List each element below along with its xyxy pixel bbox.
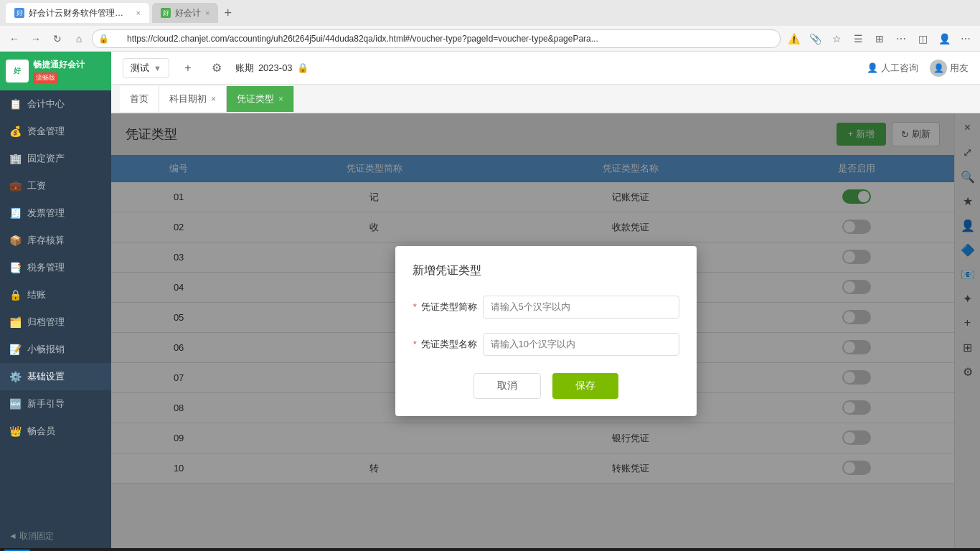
sidebar-item-guide[interactable]: 🆕 新手引导 bbox=[0, 390, 111, 418]
tab-home[interactable]: 首页 bbox=[120, 86, 159, 112]
nav-forward-button[interactable]: → bbox=[27, 30, 44, 47]
tab-voucher-type-close[interactable]: × bbox=[278, 94, 283, 104]
split-btn[interactable]: ⊞ bbox=[871, 30, 888, 47]
more-btn[interactable]: ⋯ bbox=[957, 30, 974, 47]
reader-btn[interactable]: ☰ bbox=[849, 30, 867, 47]
sidebar-collapse-btn[interactable]: ◄ 取消固定 bbox=[0, 524, 111, 548]
nav-home-button[interactable]: ⌂ bbox=[70, 30, 88, 47]
tab-close-1[interactable]: × bbox=[136, 9, 141, 17]
user-avatar: 👤 bbox=[930, 60, 947, 77]
tab-subject-period[interactable]: 科目期初 × bbox=[159, 86, 227, 112]
dashboard-icon: 📋 bbox=[9, 98, 22, 110]
salary-icon: 💼 bbox=[9, 179, 22, 192]
sidebar-item-label-dashboard: 会计中心 bbox=[27, 98, 65, 110]
workspace-name: 测试 bbox=[131, 62, 149, 75]
sidebar-toggle-btn[interactable]: ◫ bbox=[914, 30, 931, 47]
user-btn[interactable]: 👤 用友 bbox=[930, 60, 969, 77]
address-bar: ← → ↻ ⌂ 🔒 https://cloud2.chanjet.com/acc… bbox=[0, 26, 980, 52]
user-profile-btn[interactable]: 👤 bbox=[936, 30, 953, 47]
expense-icon: 📝 bbox=[9, 343, 22, 356]
tab-label-1: 好会计云财务软件管理系统_会计 bbox=[29, 7, 132, 19]
tab-favicon-1: 好 bbox=[14, 8, 24, 18]
sidebar-logo[interactable]: 好 畅捷通好会计 流畅版 bbox=[0, 52, 111, 90]
form-row-short: * 凭证类型简称 bbox=[413, 296, 679, 319]
name-label: * 凭证类型名称 bbox=[413, 338, 477, 351]
address-lock-icon: 🔒 bbox=[98, 34, 109, 44]
guide-icon: 🆕 bbox=[9, 397, 22, 410]
sidebar-item-fund[interactable]: 💰 资金管理 bbox=[0, 118, 111, 145]
sidebar-item-expense[interactable]: 📝 小畅报销 bbox=[0, 336, 111, 363]
sidebar-item-checkout[interactable]: 🔒 结账 bbox=[0, 281, 111, 309]
tab-subject-period-label: 科目期初 bbox=[169, 93, 207, 105]
tab-subject-period-close[interactable]: × bbox=[211, 94, 216, 104]
save-btn[interactable]: 保存 bbox=[552, 373, 618, 399]
sidebar-item-dashboard[interactable]: 📋 会计中心 bbox=[0, 90, 111, 118]
settings-gear-btn[interactable]: ⚙ bbox=[207, 58, 227, 78]
checkout-icon: 🔒 bbox=[9, 288, 22, 301]
logo-badge: 流畅版 bbox=[33, 72, 58, 83]
period-value: 2023-03 bbox=[258, 62, 293, 73]
help-btn[interactable]: 👤 人工咨询 bbox=[867, 62, 918, 75]
nav-refresh-button[interactable]: ↻ bbox=[49, 30, 66, 47]
inventory-icon: 📦 bbox=[9, 234, 22, 247]
fund-icon: 💰 bbox=[9, 125, 22, 138]
name-input[interactable] bbox=[483, 333, 679, 356]
extensions-btn[interactable]: 📎 bbox=[806, 30, 824, 47]
page-content-area: 凭证类型 + 新增 ↻ 刷新 bbox=[111, 113, 980, 548]
address-input[interactable]: 🔒 https://cloud2.chanjet.com/accounting/… bbox=[92, 29, 781, 48]
user-label: 用友 bbox=[950, 62, 969, 75]
toolbar-right: 👤 人工咨询 👤 用友 bbox=[867, 60, 969, 77]
settings-icon: ⚙️ bbox=[9, 370, 22, 383]
logo-text-area: 畅捷通好会计 流畅版 bbox=[33, 59, 85, 83]
modal-form: * 凭证类型简称 * 凭证类型名称 bbox=[413, 296, 679, 356]
sidebar-item-label-invoice: 发票管理 bbox=[27, 207, 65, 220]
workspace-selector[interactable]: 测试 ▼ bbox=[123, 58, 169, 78]
short-input[interactable] bbox=[483, 296, 679, 319]
sidebar-item-label-inventory: 库存核算 bbox=[27, 234, 65, 247]
tab-close-2[interactable]: × bbox=[205, 9, 209, 17]
sidebar-item-inventory[interactable]: 📦 库存核算 bbox=[0, 227, 111, 254]
tab-voucher-type-label: 凭证类型 bbox=[237, 93, 274, 105]
logo-icon: 好 bbox=[6, 60, 29, 83]
sidebar-item-label-archive: 归档管理 bbox=[27, 316, 65, 329]
period-lock-icon: 🔒 bbox=[297, 62, 308, 73]
sidebar-item-tax[interactable]: 📑 税务管理 bbox=[0, 254, 111, 281]
name-label-text: 凭证类型名称 bbox=[421, 339, 477, 349]
sidebar-item-label-fixed-assets: 固定资产 bbox=[27, 152, 65, 165]
sidebar-item-member[interactable]: 👑 畅会员 bbox=[0, 418, 111, 445]
profile-btn[interactable]: ⚠️ bbox=[785, 30, 802, 47]
form-row-name: * 凭证类型名称 bbox=[413, 333, 679, 356]
sidebar-item-invoice[interactable]: 🧾 发票管理 bbox=[0, 199, 111, 227]
top-toolbar: 测试 ▼ + ⚙ 账期 2023-03 🔒 👤 人工咨询 👤 用友 bbox=[111, 52, 980, 85]
cancel-btn[interactable]: 取消 bbox=[473, 373, 541, 399]
tab-favicon-2: 好 bbox=[161, 8, 171, 18]
sidebar-collapse-label: ◄ 取消固定 bbox=[9, 530, 54, 542]
sidebar-item-label-checkout: 结账 bbox=[27, 288, 46, 301]
nav-back-button[interactable]: ← bbox=[6, 30, 23, 47]
sidebar-item-label-fund: 资金管理 bbox=[27, 125, 65, 138]
new-voucher-type-modal: 新增凭证类型 * 凭证类型简称 * 凭证类型名称 bbox=[395, 246, 697, 416]
tab-label-2: 好会计 bbox=[175, 7, 201, 19]
fixed-assets-icon: 🏢 bbox=[9, 152, 22, 165]
tax-icon: 📑 bbox=[9, 261, 22, 274]
sidebar-item-settings[interactable]: ⚙️ 基础设置 bbox=[0, 363, 111, 390]
tab-voucher-type[interactable]: 凭证类型 × bbox=[227, 86, 294, 112]
modal-overlay: 新增凭证类型 * 凭证类型简称 * 凭证类型名称 bbox=[111, 113, 980, 548]
period-info: 账期 2023-03 🔒 bbox=[235, 62, 308, 75]
archive-icon: 🗂️ bbox=[9, 316, 22, 329]
sidebar-item-fixed-assets[interactable]: 🏢 固定资产 bbox=[0, 145, 111, 172]
add-workspace-btn[interactable]: + bbox=[178, 58, 198, 78]
new-tab-button[interactable]: + bbox=[224, 6, 232, 21]
browser-tab-1[interactable]: 好 好会计云财务软件管理系统_会计 × bbox=[6, 3, 149, 23]
short-label: * 凭证类型简称 bbox=[413, 301, 477, 314]
sidebar-item-salary[interactable]: 💼 工资 bbox=[0, 172, 111, 199]
sidebar-item-archive[interactable]: 🗂️ 归档管理 bbox=[0, 309, 111, 336]
sidebar-item-label-settings: 基础设置 bbox=[27, 370, 65, 383]
help-icon: 👤 bbox=[867, 62, 878, 73]
settings-btn[interactable]: ⋯ bbox=[892, 30, 910, 47]
browser-tab-2[interactable]: 好 好会计 × bbox=[152, 3, 218, 23]
logo-app-name: 畅捷通好会计 bbox=[33, 59, 85, 71]
member-icon: 👑 bbox=[9, 425, 22, 438]
sidebar-item-label-salary: 工资 bbox=[27, 179, 46, 192]
bookmark-btn[interactable]: ☆ bbox=[828, 30, 845, 47]
